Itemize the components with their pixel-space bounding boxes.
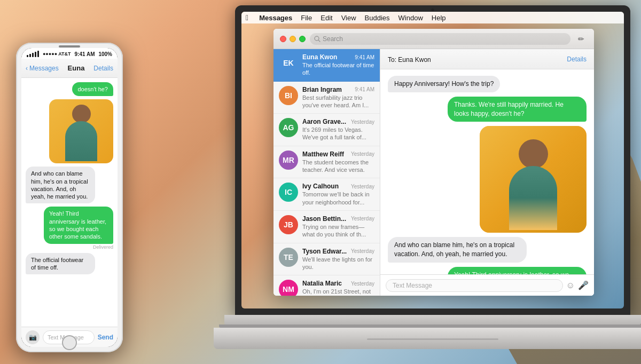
avatar-initials: EK <box>279 53 298 73</box>
conversation-item[interactable]: NM Natalia Maric Yesterday Oh, I'm on 21… <box>273 275 380 296</box>
traffic-lights <box>280 36 306 42</box>
back-label: Messages <box>29 65 59 72</box>
conversation-item[interactable]: IC Ivy Calhoun Yesterday Tomorrow we'll … <box>273 178 380 211</box>
person-figure <box>498 134 568 233</box>
apple-menu[interactable]:  <box>246 13 248 22</box>
conv-time: Yesterday <box>351 184 374 189</box>
conv-preview: Oh, I'm on 21st Street, not 21st Avenue. <box>302 288 374 296</box>
conv-preview: The student becomes the teacher. And vic… <box>302 159 374 174</box>
iphone-bubble: doesn't he? <box>72 82 113 96</box>
maximize-button[interactable] <box>299 36 306 42</box>
conv-header: Tyson Edwar... Yesterday <box>302 248 374 255</box>
menu-buddies[interactable]: Buddies <box>365 14 390 22</box>
laptop-groove <box>367 338 498 340</box>
camera-button[interactable]: 📷 <box>26 330 40 344</box>
audio-icon[interactable]: 🎤 <box>578 280 589 290</box>
messages-window: Search ✏ EK Euna Kwon 9:41 AM The offici… <box>273 29 594 296</box>
iphone-message-row: The official footwear of time off. <box>26 253 113 275</box>
menu-view[interactable]: View <box>341 14 356 22</box>
conversation-item[interactable]: BI Brian Ingram 9:41 AM Best surfability… <box>273 82 380 114</box>
conversation-item[interactable]: JB Jason Bettin... Yesterday Trying on n… <box>273 211 380 243</box>
chat-area: To: Euna Kwon Details Happy Anniversary!… <box>380 49 594 296</box>
signal-bar-3 <box>32 53 34 57</box>
message-bubble: Thanks. We're still happily married. He … <box>448 97 587 122</box>
laptop-screen:  Messages File Edit View Buddies Window… <box>241 12 624 308</box>
person-head <box>519 139 548 169</box>
avatar-initials: MR <box>279 151 298 170</box>
iphone-time: 9:41 AM <box>75 51 95 57</box>
laptop-frame:  Messages File Edit View Buddies Window… <box>214 5 641 352</box>
conversation-item[interactable]: AG Aaron Grave... Yesterday It's 269 mil… <box>273 114 380 146</box>
conv-preview: Tomorrow we'll be back in your neighborh… <box>302 191 374 206</box>
conv-time: 9:41 AM <box>355 86 374 92</box>
chat-to: To: Euna Kwon <box>388 54 431 64</box>
back-button[interactable]: ‹ Messages <box>26 65 59 72</box>
iphone-contact-name: Euna <box>68 64 85 72</box>
conv-info: Jason Bettin... Yesterday Trying on new … <box>302 215 374 239</box>
conv-info: Tyson Edwar... Yesterday We'll leave the… <box>302 248 374 271</box>
avatar-initials: JB <box>279 215 298 234</box>
details-button[interactable]: Details <box>567 56 587 63</box>
conversation-item[interactable]: EK Euna Kwon 9:41 AM The official footwe… <box>273 49 380 82</box>
conv-time: Yesterday <box>351 151 374 157</box>
signal-bar-5 <box>37 51 39 57</box>
menu-file[interactable]: File <box>301 14 312 22</box>
conv-info: Euna Kwon 9:41 AM The official footwear … <box>302 53 374 77</box>
conv-name: Matthew Reiff <box>302 151 344 158</box>
iphone-send-button[interactable]: Send <box>98 334 113 341</box>
avatar: NM <box>279 280 298 296</box>
message-input[interactable]: Text Message <box>386 279 563 292</box>
signal-bar-2 <box>29 54 31 57</box>
conv-info: Ivy Calhoun Yesterday Tomorrow we'll be … <box>302 183 374 206</box>
home-button[interactable] <box>62 335 77 350</box>
avatar: BI <box>279 86 298 105</box>
conv-info: Brian Ingram 9:41 AM Best surfability ja… <box>302 86 374 109</box>
iphone-details-button[interactable]: Details <box>93 65 113 72</box>
conversation-list: EK Euna Kwon 9:41 AM The official footwe… <box>273 49 380 296</box>
conv-name: Natalia Maric <box>302 280 342 287</box>
conv-header: Brian Ingram 9:41 AM <box>302 86 374 93</box>
menu-help[interactable]: Help <box>432 14 446 22</box>
to-label: To: Euna Kwon <box>388 56 431 64</box>
emoji-icon[interactable]: ☺ <box>566 281 575 290</box>
iphone-message-row: And who can blame him, he's on a tropica… <box>26 167 113 203</box>
signal-indicator <box>27 51 39 57</box>
avatar: AG <box>279 118 298 137</box>
message-image <box>480 126 587 233</box>
conv-info: Aaron Grave... Yesterday It's 269 miles … <box>302 118 374 141</box>
message-bubble: Happy Anniversary! How's the trip? <box>388 76 500 92</box>
laptop-foot <box>214 328 641 349</box>
avatar-initials: NM <box>279 280 298 296</box>
menu-edit[interactable]: Edit <box>320 14 332 22</box>
avatar: MR <box>279 151 298 170</box>
svg-line-1 <box>318 40 320 42</box>
conversation-item[interactable]: MR Matthew Reiff Yesterday The student b… <box>273 146 380 179</box>
back-chevron: ‹ <box>26 65 28 72</box>
compose-button[interactable]: ✏ <box>575 33 588 45</box>
conv-name: Brian Ingram <box>302 86 342 93</box>
conv-header: Natalia Maric Yesterday <box>302 280 374 287</box>
iphone-messages: doesn't he? And who can blame him, he's … <box>21 78 118 327</box>
chat-contact-name: Euna Kwon <box>398 56 431 64</box>
conversation-item[interactable]: TE Tyson Edwar... Yesterday We'll leave … <box>273 243 380 276</box>
delivered-label: Delivered <box>93 244 113 250</box>
conv-time: Yesterday <box>351 248 374 254</box>
conv-info: Matthew Reiff Yesterday The student beco… <box>302 151 374 174</box>
minimize-button[interactable] <box>290 36 296 42</box>
avatar-initials: BI <box>279 86 298 105</box>
iphone-carrier: ●●●●● AT&T <box>43 51 71 57</box>
avatar-initials: TE <box>279 248 298 267</box>
menu-bar:  Messages File Edit View Buddies Window… <box>241 12 624 23</box>
close-button[interactable] <box>280 36 286 42</box>
search-bar[interactable]: Search <box>310 33 570 45</box>
conv-preview: Trying on new frames—what do you think o… <box>302 223 374 239</box>
signal-bar-1 <box>27 55 28 57</box>
conv-preview: We'll leave the lights on for you. <box>302 256 374 271</box>
iphone-bubble: Yeah! Third anniversary is leather, so w… <box>44 207 113 243</box>
avatar-initials: AG <box>279 118 298 137</box>
menu-window[interactable]: Window <box>398 14 423 22</box>
message-bubble: Yeah! Third anniversary is leather, so w… <box>448 267 587 274</box>
conv-time: Yesterday <box>351 119 374 125</box>
person-body <box>509 166 557 230</box>
iphone-frame: ●●●●● AT&T 9:41 AM 100% ‹ Messages Euna … <box>16 43 123 352</box>
